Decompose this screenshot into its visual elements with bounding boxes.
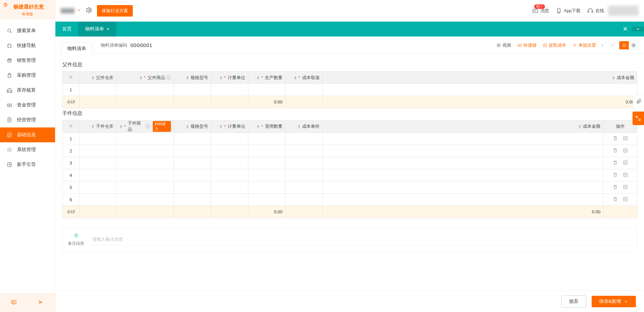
- next-doc-icon[interactable]: [609, 42, 616, 49]
- delete-row-icon[interactable]: [613, 148, 618, 154]
- sidebar-item[interactable]: 销售管理: [0, 53, 55, 68]
- table-row[interactable]: 5: [63, 182, 637, 194]
- app-download-link[interactable]: App下载: [556, 8, 580, 14]
- close-all-tabs-icon[interactable]: ✕: [618, 25, 632, 33]
- collapse-sidebar-icon[interactable]: [38, 299, 45, 306]
- sidebar-item[interactable]: 搜索菜单: [0, 23, 55, 38]
- col-parent-cost-amount[interactable]: ▲▼成本金额: [323, 72, 637, 84]
- sidebar-item-label: 库存核算: [17, 87, 36, 93]
- video-link[interactable]: 视频: [496, 42, 511, 48]
- sidebar-item[interactable]: 基础信息: [0, 127, 55, 142]
- table-row[interactable]: 4: [63, 169, 637, 182]
- scan-input-tag[interactable]: 扫码录入: [153, 121, 171, 132]
- add-row-icon[interactable]: [623, 196, 628, 203]
- add-row-icon[interactable]: [623, 148, 628, 154]
- tab-close-icon[interactable]: ×: [107, 26, 109, 32]
- sidebar-item[interactable]: 快捷导航: [0, 38, 55, 53]
- messages-link[interactable]: 99 + 消息: [532, 8, 549, 14]
- warehouse-icon: [6, 87, 13, 94]
- col-parent-warehouse[interactable]: ▲▼父件仓库: [79, 72, 117, 84]
- table-row[interactable]: 2: [63, 145, 637, 157]
- add-row-icon[interactable]: [623, 160, 628, 166]
- col-child-unit-cost[interactable]: ▲▼成本单价: [286, 120, 323, 133]
- gear-column[interactable]: [63, 72, 79, 84]
- col-child-ops: 操作: [603, 120, 637, 133]
- delete-row-icon[interactable]: [613, 160, 618, 166]
- col-parent-spec[interactable]: ▲▼规格型号: [174, 72, 211, 84]
- doc-code-value: 0000001: [130, 42, 152, 48]
- brand-logo-icon: [3, 3, 11, 11]
- delete-row-icon[interactable]: [613, 136, 618, 142]
- parent-section-title: 父件信息: [62, 62, 637, 68]
- tab-home[interactable]: 首页: [55, 22, 78, 37]
- content-area: 父件信息 ▲▼父件仓库 ▲▼*父件商品ⓘ ▲▼规格型号 ▲▼*计量单位 ▲▼*生…: [55, 54, 644, 290]
- company-selector[interactable]: ████: [61, 8, 81, 14]
- col-child-warehouse[interactable]: ▲▼子件仓库: [79, 120, 117, 133]
- sidebar-item-label: 搜索菜单: [17, 28, 36, 34]
- attachment-icon[interactable]: [633, 95, 644, 108]
- svg-rect-18: [632, 44, 633, 45]
- table-row[interactable]: 6: [63, 194, 637, 206]
- shortcut-link[interactable]: 快捷键: [517, 42, 537, 48]
- gear-column[interactable]: [63, 120, 79, 133]
- more-tabs-icon[interactable]: [632, 27, 644, 31]
- col-parent-unit[interactable]: ▲▼*计量单位: [211, 72, 248, 84]
- add-row-icon[interactable]: [623, 184, 628, 191]
- svg-rect-7: [8, 163, 11, 167]
- col-child-product[interactable]: ▲▼*子件商品ⓘ扫码录入: [117, 120, 174, 133]
- svg-point-11: [559, 12, 559, 13]
- svg-point-6: [9, 149, 10, 150]
- bag-icon: [6, 72, 13, 79]
- settings-icon[interactable]: [10, 299, 17, 306]
- delete-row-icon[interactable]: [613, 196, 618, 203]
- footer-actions: 放弃 保存&新增: [55, 290, 644, 312]
- remarks-input[interactable]: [91, 233, 631, 245]
- svg-rect-13: [592, 11, 593, 13]
- sidebar-item[interactable]: 资金管理: [0, 98, 55, 113]
- online-service-link[interactable]: 在线: [587, 8, 604, 14]
- sidebar-item[interactable]: 库存核算: [0, 83, 55, 98]
- col-parent-cost-method[interactable]: ▲▼*成本取值: [286, 72, 323, 84]
- expand-icon[interactable]: [633, 112, 644, 125]
- col-child-qty[interactable]: ▲▼*需用数量: [248, 120, 286, 133]
- add-row-icon[interactable]: [623, 136, 628, 142]
- extract-cost-label: 提取成本: [549, 42, 566, 48]
- col-parent-product[interactable]: ▲▼*父件商品ⓘ: [117, 72, 174, 84]
- view-grid-icon[interactable]: [629, 41, 638, 49]
- tab-bom[interactable]: 物料清单 ×: [78, 22, 116, 37]
- table-row[interactable]: 1: [63, 84, 637, 96]
- delete-row-icon[interactable]: [613, 184, 618, 191]
- svg-point-2: [9, 105, 10, 106]
- add-row-icon[interactable]: [623, 172, 628, 178]
- help-icon[interactable]: ⓘ: [167, 75, 171, 81]
- topbar-settings-icon[interactable]: [86, 7, 92, 14]
- col-child-spec[interactable]: ▲▼规格型号: [174, 120, 211, 133]
- save-new-button[interactable]: 保存&新增: [592, 296, 636, 307]
- sidebar-item[interactable]: 经营管理: [0, 113, 55, 127]
- sidebar-item-label: 采购管理: [17, 72, 36, 78]
- page-header: 物料清单 物料清单编码 0000001 视频 快捷键 提取成本 单据设置: [55, 37, 644, 54]
- doc-settings-link[interactable]: 单据设置: [572, 42, 596, 48]
- col-child-cost-amount[interactable]: ▲▼成本金额: [323, 120, 603, 133]
- trial-button[interactable]: 体验行业方案: [97, 5, 133, 17]
- table-row[interactable]: 3: [63, 157, 637, 169]
- delete-row-icon[interactable]: [613, 172, 618, 178]
- help-icon[interactable]: ⓘ: [146, 123, 150, 129]
- sidebar-item[interactable]: 采购管理: [0, 68, 55, 83]
- extract-cost-link[interactable]: 提取成本: [543, 42, 566, 48]
- svg-rect-9: [533, 9, 538, 13]
- doc-code-label: 物料清单编码: [101, 42, 127, 48]
- col-child-unit[interactable]: ▲▼*计量单位: [211, 120, 248, 133]
- user-avatar-blurred[interactable]: [608, 6, 639, 16]
- view-list-icon[interactable]: [619, 41, 629, 49]
- app-download-label: App下载: [564, 8, 580, 14]
- col-parent-qty[interactable]: ▲▼*生产数量: [248, 72, 286, 84]
- discard-button[interactable]: 放弃: [561, 295, 586, 308]
- guide-icon: [6, 161, 13, 168]
- prev-doc-icon[interactable]: [599, 42, 606, 49]
- svg-rect-20: [632, 45, 633, 47]
- sidebar-item[interactable]: 新手引导: [0, 157, 55, 172]
- sidebar-item-label: 资金管理: [17, 102, 36, 108]
- table-row[interactable]: 1: [63, 133, 637, 145]
- sidebar-item[interactable]: 系统管理: [0, 142, 55, 157]
